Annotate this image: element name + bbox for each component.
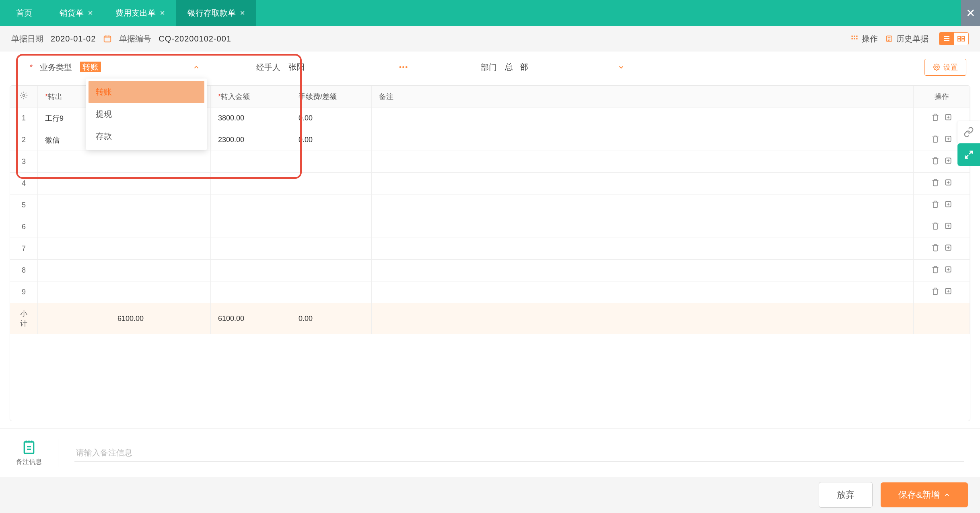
ops-button[interactable]: 操作	[850, 33, 878, 44]
biztype-option-transfer[interactable]: 转账	[89, 81, 204, 103]
cell-out-account[interactable]	[38, 194, 110, 216]
cell-in-amount[interactable]	[211, 151, 291, 173]
settings-button[interactable]: 设置	[924, 59, 966, 76]
cell-in-amount[interactable]	[211, 194, 291, 216]
cell-remark[interactable]	[372, 238, 914, 260]
cell-fee[interactable]	[291, 173, 372, 194]
delete-icon[interactable]	[931, 113, 939, 121]
biztype-field[interactable]: * 业务类型 转账 转账 提现 存款	[30, 59, 200, 75]
cell-hidden[interactable]	[110, 151, 211, 173]
svg-rect-10	[958, 39, 960, 41]
cell-in-amount[interactable]	[211, 238, 291, 260]
add-icon[interactable]	[944, 113, 952, 121]
add-icon[interactable]	[944, 287, 952, 295]
cell-remark[interactable]	[372, 129, 914, 151]
date-value[interactable]: 2020-01-02	[51, 34, 96, 43]
add-icon[interactable]	[944, 157, 952, 165]
view-list-icon[interactable]	[939, 33, 954, 45]
cell-fee[interactable]: 0.00	[291, 129, 372, 151]
cell-remark[interactable]	[372, 216, 914, 238]
table-row[interactable]: 6	[10, 216, 970, 238]
cell-remark[interactable]	[372, 173, 914, 194]
remarks-icon-group: 备注信息	[16, 439, 42, 466]
cancel-button[interactable]: 放弃	[819, 482, 873, 508]
biztype-option-deposit[interactable]: 存款	[89, 125, 204, 147]
add-icon[interactable]	[944, 178, 952, 186]
history-button[interactable]: 历史单据	[885, 33, 929, 44]
cell-in-amount[interactable]	[211, 260, 291, 281]
tab-expense[interactable]: 费用支出单✕	[104, 0, 176, 26]
delete-icon[interactable]	[931, 244, 939, 252]
add-icon[interactable]	[944, 200, 952, 208]
close-icon[interactable]: ✕	[160, 9, 165, 17]
add-icon[interactable]	[944, 244, 952, 252]
cell-remark[interactable]	[372, 281, 914, 303]
cell-hidden[interactable]	[110, 260, 211, 281]
ops-label: 操作	[862, 33, 878, 44]
delete-icon[interactable]	[931, 135, 939, 143]
cell-hidden[interactable]	[110, 194, 211, 216]
cell-out-account[interactable]	[38, 151, 110, 173]
cell-remark[interactable]	[372, 108, 914, 129]
cell-hidden[interactable]	[110, 238, 211, 260]
add-icon[interactable]	[944, 265, 952, 273]
delete-icon[interactable]	[931, 222, 939, 230]
cell-fee[interactable]	[291, 216, 372, 238]
cell-fee[interactable]	[291, 260, 372, 281]
table-row[interactable]: 4	[10, 173, 970, 194]
delete-icon[interactable]	[931, 287, 939, 295]
cell-fee[interactable]	[291, 238, 372, 260]
expand-button[interactable]	[957, 143, 980, 166]
cell-hidden[interactable]	[110, 281, 211, 303]
cell-out-account[interactable]	[38, 238, 110, 260]
cell-out-account[interactable]	[38, 281, 110, 303]
remarks-input[interactable]	[74, 444, 964, 462]
cell-in-amount[interactable]	[211, 173, 291, 194]
cell-remark[interactable]	[372, 260, 914, 281]
close-icon[interactable]: ✕	[240, 9, 245, 17]
link-button[interactable]	[957, 121, 980, 143]
col-in-amount: *转入金额	[211, 86, 291, 108]
delete-icon[interactable]	[931, 200, 939, 208]
table-row[interactable]: 7	[10, 238, 970, 260]
tab-home[interactable]: 首页	[0, 0, 48, 26]
col-gear[interactable]	[10, 86, 38, 108]
table-row[interactable]: 9	[10, 281, 970, 303]
cell-in-amount[interactable]: 2300.00	[211, 129, 291, 151]
table-row[interactable]: 3	[10, 151, 970, 173]
remarks-label: 备注信息	[16, 458, 42, 466]
cell-fee[interactable]	[291, 151, 372, 173]
add-icon[interactable]	[944, 222, 952, 230]
tab-bank[interactable]: 银行存取款单✕	[176, 0, 256, 26]
table-row[interactable]: 5	[10, 194, 970, 216]
handler-field[interactable]: 经手人 张阳 •••	[256, 59, 408, 75]
view-grid-icon[interactable]	[954, 33, 968, 45]
cell-fee[interactable]: 0.00	[291, 108, 372, 129]
cell-out-account[interactable]	[38, 216, 110, 238]
cell-remark[interactable]	[372, 151, 914, 173]
tab-sales[interactable]: 销货单✕	[48, 0, 104, 26]
cell-hidden[interactable]	[110, 173, 211, 194]
cell-fee[interactable]	[291, 194, 372, 216]
row-index: 6	[10, 216, 38, 238]
cell-hidden[interactable]	[110, 216, 211, 238]
cell-out-account[interactable]	[38, 173, 110, 194]
more-icon[interactable]: •••	[399, 64, 408, 71]
delete-icon[interactable]	[931, 178, 939, 186]
cell-in-amount[interactable]	[211, 216, 291, 238]
delete-icon[interactable]	[931, 157, 939, 165]
save-button[interactable]: 保存&新增	[881, 482, 968, 507]
table-row[interactable]: 8	[10, 260, 970, 281]
dept-field[interactable]: 部门 总 部	[481, 59, 625, 75]
cell-in-amount[interactable]: 3800.00	[211, 108, 291, 129]
close-panel-button[interactable]: ✕	[961, 0, 980, 26]
cell-out-account[interactable]	[38, 260, 110, 281]
cell-fee[interactable]	[291, 281, 372, 303]
cell-remark[interactable]	[372, 194, 914, 216]
delete-icon[interactable]	[931, 265, 939, 273]
close-icon[interactable]: ✕	[88, 9, 93, 17]
add-icon[interactable]	[944, 135, 952, 143]
biztype-option-withdraw[interactable]: 提现	[89, 103, 204, 125]
calendar-icon[interactable]	[103, 34, 112, 43]
cell-in-amount[interactable]	[211, 281, 291, 303]
